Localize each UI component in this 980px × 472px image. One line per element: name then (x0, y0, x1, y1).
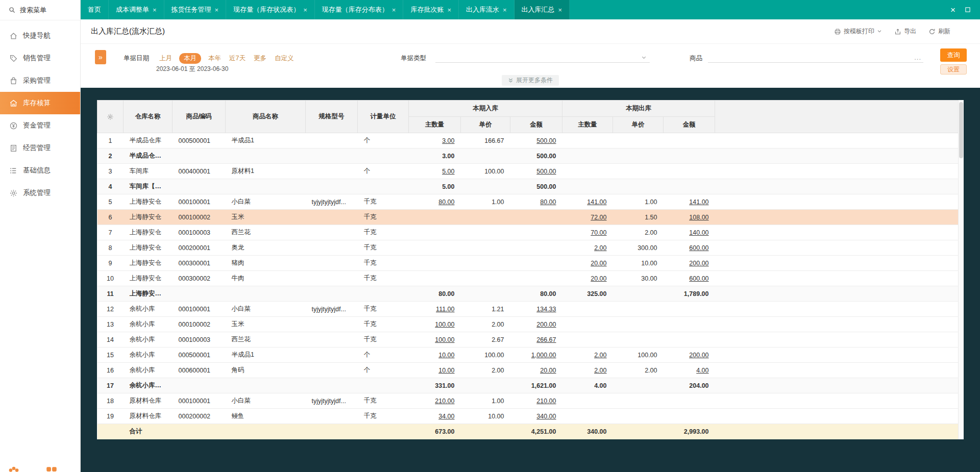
tab-close-icon[interactable]: × (215, 7, 219, 13)
header-in-amount[interactable]: 金额 (510, 117, 562, 133)
tab[interactable]: 现存量（库存状况表）× (226, 0, 315, 19)
tab[interactable]: 现存量（库存分布表）× (315, 0, 404, 19)
header-out-amount[interactable]: 金额 (664, 117, 715, 133)
cell-in-qty-link[interactable]: 100.00 (435, 321, 454, 328)
print-by-template-button[interactable]: 按模板打印 (834, 27, 882, 36)
tab[interactable]: 库存批次账× (403, 0, 459, 19)
product-more-button[interactable]: ... (914, 54, 921, 61)
tab-close-icon[interactable]: × (503, 7, 507, 13)
header-warehouse[interactable]: 仓库名称 (124, 101, 173, 133)
expand-more-conditions-button[interactable]: 展开更多条件 (502, 75, 559, 86)
tab-close-icon[interactable]: × (447, 7, 451, 13)
cell-in-amount-link[interactable]: 80.00 (540, 198, 556, 206)
cell-out-amount-link[interactable]: 600.00 (689, 244, 708, 252)
date-option[interactable]: 更多 (253, 53, 267, 64)
cell-out-qty-link[interactable]: 2.00 (594, 352, 606, 359)
cell-in-qty-link[interactable]: 10.00 (438, 352, 454, 359)
tab[interactable]: 拣货任务管理× (164, 0, 227, 19)
tab[interactable]: 成本调整单× (109, 0, 164, 19)
cell-in-amount-link[interactable]: 1,000.00 (531, 352, 556, 359)
table-row[interactable]: 15余杭小库000500001半成品1个10.00100.001,000.002… (97, 347, 964, 363)
table-row[interactable]: 3车间库000400001原材料1个5.00100.00500.00 (97, 164, 964, 179)
cell-out-qty-link[interactable]: 141.00 (587, 198, 606, 206)
cell-out-amount-link[interactable]: 140.00 (689, 229, 708, 236)
sidebar-item[interactable]: 销售管理 (0, 47, 80, 69)
cell-out-amount-link[interactable]: 4.00 (696, 367, 708, 374)
maximize-icon[interactable] (965, 7, 971, 13)
date-option[interactable]: 上月 (158, 53, 173, 64)
cell-out-amount-link[interactable]: 108.00 (689, 214, 708, 221)
cell-in-qty-link[interactable]: 5.00 (442, 168, 454, 175)
cell-in-qty-link[interactable]: 210.00 (435, 398, 454, 405)
header-unit[interactable]: 计量单位 (358, 101, 409, 133)
cell-in-qty-link[interactable]: 111.00 (436, 306, 454, 313)
table-row[interactable]: 19原材料仓库000200002鳗鱼千克34.0010.00340.00 (97, 409, 964, 424)
refresh-button[interactable]: 刷新 (928, 27, 950, 36)
cell-in-amount-link[interactable]: 266.67 (536, 336, 556, 343)
date-option[interactable]: 自定义 (274, 53, 295, 64)
cell-out-amount-link[interactable]: 600.00 (689, 275, 708, 282)
table-row[interactable]: 12余杭小库000100001小白菜tyjyjtyjtyjdf...千克111.… (97, 302, 964, 317)
table-row[interactable]: 10上海静安仓000300002牛肉千克20.0030.00600.00 (97, 271, 964, 286)
cell-out-qty-link[interactable]: 20.00 (591, 260, 606, 267)
cell-in-amount-link[interactable]: 210.00 (536, 398, 556, 405)
table-row[interactable]: 5上海静安仓000100001小白菜tyjyjtyjtyjdf...千克80.0… (97, 194, 964, 210)
sidebar-item[interactable]: 采购管理 (0, 69, 80, 92)
table-row[interactable]: 16余杭小库000600001角码个10.002.0020.002.002.00… (97, 363, 964, 378)
collapse-filter-button[interactable]: » (95, 50, 106, 64)
cell-in-amount-link[interactable]: 500.00 (536, 137, 556, 144)
tab[interactable]: 出入库汇总× (514, 0, 570, 19)
sidebar-item[interactable]: 资金管理 (0, 114, 80, 137)
tab-close-icon[interactable]: × (303, 7, 307, 13)
table-row[interactable]: 4车间库【小...5.00500.00 (97, 179, 964, 194)
cell-in-amount-link[interactable]: 20.00 (540, 367, 556, 374)
table-row[interactable]: 18原材料仓库000100001小白菜tyjyjtyjtyjdf...千克210… (97, 393, 964, 409)
table-row[interactable]: 14余杭小库000100003西兰花千克100.002.67266.67 (97, 332, 964, 347)
table-row[interactable]: 6上海静安仓000100002玉米千克72.001.50108.00 (97, 210, 964, 225)
cell-out-qty-link[interactable]: 70.00 (591, 229, 606, 236)
sidebar-item[interactable]: 系统管理 (0, 182, 80, 204)
tab[interactable]: 首页 (81, 0, 109, 19)
product-input[interactable]: ... (708, 49, 923, 63)
cell-in-amount-link[interactable]: 134.33 (536, 306, 556, 313)
date-option[interactable]: 近7天 (228, 53, 247, 64)
cell-in-qty-link[interactable]: 100.00 (435, 336, 454, 343)
header-product-code[interactable]: 商品编码 (173, 101, 226, 133)
cell-in-qty-link[interactable]: 34.00 (438, 413, 454, 420)
sidebar-item[interactable]: 经营管理 (0, 137, 80, 159)
header-in-qty[interactable]: 主数量 (409, 117, 461, 133)
date-option[interactable]: 本年 (207, 53, 222, 64)
table-row[interactable]: 1半成品仓库000500001半成品1个3.00166.67500.00 (97, 133, 964, 148)
table-row[interactable]: 13余杭小库000100002玉米千克100.002.00200.00 (97, 317, 964, 332)
cell-in-qty-link[interactable]: 3.00 (442, 137, 454, 144)
cell-in-amount-link[interactable]: 340.00 (536, 413, 556, 420)
sidebar-item[interactable]: 快捷导航 (0, 24, 80, 47)
cell-in-amount-link[interactable]: 200.00 (536, 321, 556, 328)
table-row[interactable]: 8上海静安仓000200001奥龙千克2.00300.00600.00 (97, 240, 964, 256)
header-out-qty[interactable]: 主数量 (562, 117, 613, 133)
close-icon[interactable]: × (950, 6, 955, 14)
cell-out-amount-link[interactable]: 200.00 (689, 352, 708, 359)
sidebar-item[interactable]: 库存核算 (0, 92, 80, 114)
cell-out-amount-link[interactable]: 200.00 (689, 260, 708, 267)
cell-out-qty-link[interactable]: 2.00 (594, 244, 606, 252)
settings-button[interactable]: 设置 (940, 64, 967, 74)
scrollbar-thumb[interactable] (959, 102, 963, 158)
tab-close-icon[interactable]: × (392, 7, 396, 13)
table-row[interactable]: 2半成品仓库...3.00500.00 (97, 148, 964, 164)
table-row[interactable]: 9上海静安仓000300001猪肉千克20.0010.00200.00 (97, 256, 964, 271)
tab-close-icon[interactable]: × (558, 7, 562, 13)
cell-out-amount-link[interactable]: 141.00 (689, 198, 708, 206)
table-row[interactable]: 11上海静安仓...80.0080.00325.001,789.00 (97, 286, 964, 302)
sidebar-item[interactable]: 基础信息 (0, 159, 80, 182)
search-button[interactable]: 查询 (940, 48, 967, 62)
cell-out-qty-link[interactable]: 20.00 (591, 275, 606, 282)
tab[interactable]: 出入库流水× (459, 0, 514, 19)
date-option[interactable]: 本月 (179, 53, 201, 64)
header-in-price[interactable]: 单价 (461, 117, 510, 133)
header-product-name[interactable]: 商品名称 (226, 101, 306, 133)
cell-in-qty-link[interactable]: 80.00 (438, 198, 454, 206)
tab-close-icon[interactable]: × (153, 7, 157, 13)
cell-in-amount-link[interactable]: 500.00 (536, 168, 556, 175)
cell-out-qty-link[interactable]: 2.00 (594, 367, 606, 374)
